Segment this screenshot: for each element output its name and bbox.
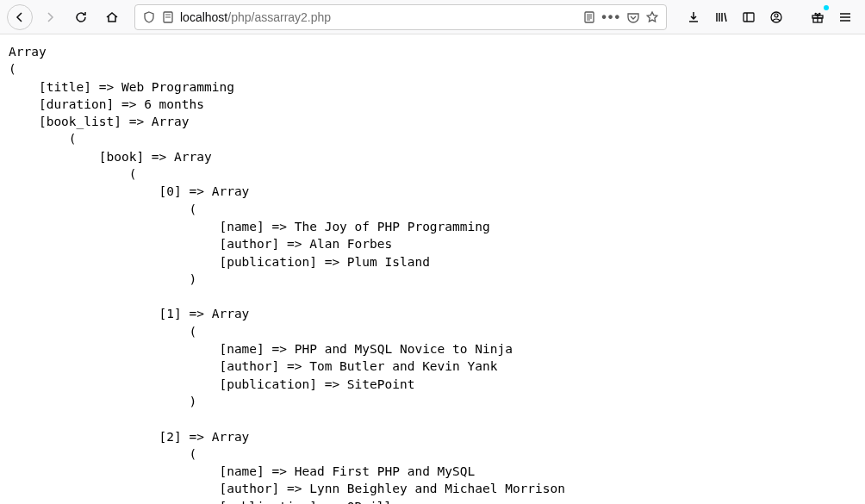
whats-new-button[interactable] <box>805 3 831 31</box>
library-button[interactable] <box>708 3 734 31</box>
output-line: ( <box>9 62 16 76</box>
svg-rect-3 <box>585 12 594 22</box>
menu-button[interactable] <box>832 3 858 31</box>
bookmark-star-icon[interactable] <box>645 10 659 24</box>
url-text: localhost/php/assarray2.php <box>180 10 577 24</box>
output-line: [publication] => OReilly <box>9 500 400 504</box>
output-line: [book] => Array <box>9 150 212 164</box>
address-bar[interactable]: localhost/php/assarray2.php ••• <box>134 4 667 30</box>
gift-icon <box>811 10 825 24</box>
back-button[interactable] <box>7 4 33 30</box>
output-line: [publication] => Plum Island <box>9 255 430 269</box>
reader-mode-icon[interactable] <box>582 10 596 24</box>
output-line: ) <box>9 272 196 286</box>
library-icon <box>714 10 728 24</box>
svg-rect-8 <box>744 13 754 22</box>
output-line: [author] => Lynn Beighley and Michael Mo… <box>9 482 565 495</box>
svg-point-11 <box>775 14 778 17</box>
output-line: [title] => Web Programming <box>9 80 234 94</box>
arrow-right-icon <box>43 10 57 24</box>
output-line: [duration] => 6 months <box>9 97 204 111</box>
output-line: [2] => Array <box>9 430 249 444</box>
output-line: ( <box>9 447 196 461</box>
toolbar-right <box>681 3 858 31</box>
output-line: ( <box>9 167 136 181</box>
output-line: Array <box>9 45 47 59</box>
page-info-icon <box>161 10 175 24</box>
hamburger-icon <box>838 10 852 24</box>
output-line: [1] => Array <box>9 307 249 320</box>
output-line: [author] => Alan Forbes <box>9 237 392 251</box>
forward-button <box>36 3 64 31</box>
output-line: [book_list] => Array <box>9 115 190 128</box>
output-line: ( <box>9 325 196 339</box>
page-actions-icon[interactable]: ••• <box>601 9 621 25</box>
browser-toolbar: localhost/php/assarray2.php ••• <box>0 0 865 34</box>
home-icon <box>105 10 119 24</box>
sidebar-icon <box>742 10 756 24</box>
account-button[interactable] <box>763 3 789 31</box>
account-icon <box>769 10 783 24</box>
output-line: [publication] => SitePoint <box>9 377 414 391</box>
output-line: ( <box>9 132 77 146</box>
output-line: [name] => Head First PHP and MySQL <box>9 464 475 478</box>
sidebar-button[interactable] <box>736 3 762 31</box>
output-line: [name] => PHP and MySQL Novice to Ninja <box>9 342 513 356</box>
output-line: ( <box>9 202 196 216</box>
page-content[interactable]: Array ( [title] => Web Programming [dura… <box>0 34 865 504</box>
output-line: ) <box>9 395 196 408</box>
reload-icon <box>74 10 88 24</box>
home-button[interactable] <box>98 3 126 31</box>
reload-button[interactable] <box>67 3 95 31</box>
pocket-icon[interactable] <box>626 10 640 24</box>
arrow-left-icon <box>13 10 27 24</box>
downloads-button[interactable] <box>681 3 706 31</box>
output-line: [author] => Tom Butler and Kevin Yank <box>9 359 497 373</box>
download-icon <box>687 10 700 24</box>
shield-icon <box>142 10 156 24</box>
output-line: [0] => Array <box>9 184 249 198</box>
output-line: [name] => The Joy of PHP Programming <box>9 220 490 233</box>
